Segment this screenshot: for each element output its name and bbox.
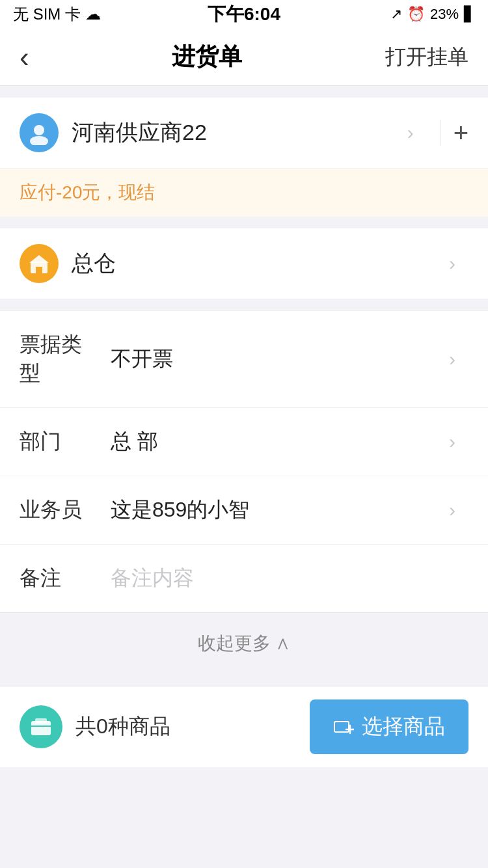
notice-text: 应付-20元，现结 (20, 182, 155, 202)
footer-space (0, 767, 488, 868)
add-supplier-button[interactable]: + (454, 120, 468, 146)
divider (440, 120, 441, 146)
remark-label: 备注 (20, 564, 98, 593)
remark-row[interactable]: 备注 备注内容 (0, 544, 488, 612)
select-product-button[interactable]: 选择商品 (310, 699, 468, 754)
dept-row[interactable]: 部门 总 部 › (0, 407, 488, 476)
status-bar: 无 SIM 卡 ☁ 下午6:04 ↗ ⏰ 23% ▋ (0, 0, 488, 29)
select-product-label: 选择商品 (362, 712, 445, 741)
collapse-row[interactable]: 收起更多 ∧ (0, 612, 488, 674)
page-title: 进货单 (172, 41, 242, 73)
svg-rect-4 (36, 267, 42, 273)
ticket-row[interactable]: 票据类型 不开票 › (0, 310, 488, 407)
dept-value: 总 部 (111, 427, 449, 456)
gap-1 (0, 86, 488, 98)
warehouse-row[interactable]: 总仓 › (0, 228, 488, 299)
product-bar: 共0种商品 选择商品 (0, 686, 488, 767)
svg-marker-3 (29, 255, 49, 263)
warehouse-section[interactable]: 总仓 › (0, 228, 488, 299)
dept-chevron-icon: › (449, 431, 455, 453)
supplier-section: 河南供应商22 › + 应付-20元，现结 (0, 98, 488, 217)
notice-banner: 应付-20元，现结 (0, 169, 488, 217)
svg-point-1 (30, 136, 48, 145)
salesman-chevron-icon: › (449, 499, 455, 521)
salesman-value: 这是859的小智 (111, 496, 449, 524)
gap-3 (0, 299, 488, 310)
supplier-chevron-icon: › (407, 122, 414, 144)
ticket-value: 不开票 (111, 345, 449, 373)
alarm-icon: ⏰ (407, 6, 425, 23)
battery-label: 23% (430, 6, 459, 23)
collapse-button[interactable]: 收起更多 ∧ (198, 631, 291, 656)
product-count: 共0种商品 (75, 712, 310, 741)
dept-label: 部门 (20, 427, 98, 456)
status-right: ↗ ⏰ 23% ▋ (390, 6, 475, 23)
battery-icon: ▋ (464, 6, 475, 23)
warehouse-avatar (20, 244, 59, 283)
gap-2 (0, 217, 488, 228)
warehouse-name: 总仓 (72, 249, 449, 278)
sim-label: 无 SIM 卡 ☁ (13, 4, 101, 25)
back-button[interactable]: ‹ (20, 43, 29, 72)
location-icon: ↗ (390, 6, 402, 23)
form-section: 票据类型 不开票 › 部门 总 部 › 业务员 这是859的小智 › 备注 备注… (0, 310, 488, 612)
salesman-row[interactable]: 业务员 这是859的小智 › (0, 476, 488, 544)
salesman-label: 业务员 (20, 496, 98, 524)
supplier-row[interactable]: 河南供应商22 › + (0, 98, 488, 169)
ticket-chevron-icon: › (449, 348, 455, 370)
status-time: 下午6:04 (208, 2, 280, 27)
open-pending-button[interactable]: 打开挂单 (385, 43, 468, 72)
product-icon (20, 705, 62, 748)
select-icon (333, 716, 354, 737)
supplier-name: 河南供应商22 (72, 118, 407, 148)
remark-input[interactable]: 备注内容 (111, 564, 468, 593)
svg-rect-8 (334, 722, 349, 732)
warehouse-chevron-icon: › (449, 252, 455, 275)
status-left: 无 SIM 卡 ☁ (13, 4, 101, 25)
nav-bar: ‹ 进货单 打开挂单 (0, 29, 488, 86)
svg-rect-6 (35, 718, 47, 724)
svg-point-0 (34, 125, 44, 135)
supplier-avatar (20, 113, 59, 152)
ticket-label: 票据类型 (20, 331, 98, 388)
